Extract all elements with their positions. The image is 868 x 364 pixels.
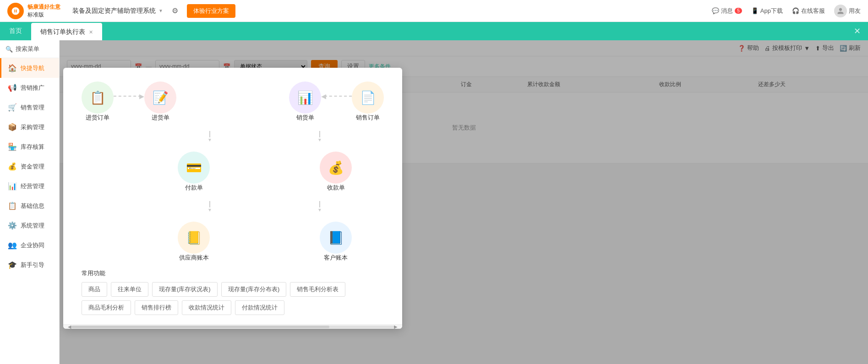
sales-icon: 🛒 (8, 103, 17, 112)
func-btn-商品[interactable]: 商品 (82, 282, 107, 297)
top-right: 💬 消息 5 📱 App下载 🎧 在线客服 用友 (712, 5, 861, 17)
supplier-ledger-label: 供应商账本 (179, 254, 209, 262)
logo-area: 畅康通好生意 标准版 (7, 3, 67, 19)
arrow-so-to-sr: ▶ (321, 92, 352, 111)
purchase-order-icon: 📋 (82, 81, 114, 114)
flow-col-payment: 💳 付款单 (178, 152, 210, 192)
flow-section: 📋 进货订单 ▶ 📝 进货单 (82, 81, 384, 262)
inventory-icon: 🏪 (8, 142, 17, 151)
modal-box: 📋 进货订单 ▶ 📝 进货单 (63, 68, 402, 329)
func-btn-商品毛利分析[interactable]: 商品毛利分析 (82, 300, 131, 315)
scroll-right-arrow[interactable]: ▶ (394, 324, 398, 329)
system-title: 装备及固定资产辅助管理系统 ▼ (72, 7, 163, 15)
message-button[interactable]: 💬 消息 5 (712, 7, 742, 15)
sidebar-item-quick-nav[interactable]: 🏠快捷导航 (0, 58, 59, 78)
customer-ledger-icon: 📘 (320, 222, 352, 254)
customer-ledger-label: 客户账本 (324, 254, 348, 262)
func-buttons-container: 商品往来单位现存量(库存状况表)现存量(库存分布表)销售毛利分析表商品毛利分析销… (82, 282, 384, 315)
flow-col-purchase-receipt: 📝 进货单 (144, 81, 176, 122)
online-service-button[interactable]: 🎧 在线客服 (792, 7, 825, 15)
arrow-row-2: ▼ ▼ (82, 131, 384, 142)
download-icon: 📱 (751, 7, 759, 14)
modal-overlay[interactable]: 📋 进货订单 ▶ 📝 进货单 (60, 40, 868, 364)
flow-col-sales-receipt: 📊 销货单 (289, 81, 321, 122)
logo-text: 畅康通好生意 标准版 (27, 3, 60, 19)
payment-icon: 💳 (178, 152, 210, 184)
flow-col-supplier-ledger: 📒 供应商账本 (178, 222, 210, 262)
collection-icon: 💰 (320, 152, 352, 184)
payment-label: 付款单 (185, 184, 203, 192)
flow-row-3: 💳 付款单 💰 收款单 (82, 152, 384, 192)
search-menu[interactable]: 🔍 搜索菜单 (0, 40, 59, 58)
message-icon: 💬 (712, 7, 719, 14)
func-btn-现存量(库存分布表)[interactable]: 现存量(库存分布表) (221, 282, 287, 297)
sidebar-item-corp[interactable]: 👥企业协同 (0, 235, 59, 255)
try-button[interactable]: 体验行业方案 (187, 4, 235, 18)
modal-scrollbar: ◀ ▶ (63, 324, 402, 329)
settings-icon[interactable]: ⚙ (169, 5, 181, 17)
flow-col-purchase-order: 📋 进货订单 (82, 81, 114, 122)
scrollbar-thumb (71, 326, 329, 328)
sidebar-item-sales[interactable]: 🛒销售管理 (0, 98, 59, 117)
func-btn-销售排行榜[interactable]: 销售排行榜 (135, 300, 178, 315)
top-bar: 畅康通好生意 标准版 装备及固定资产辅助管理系统 ▼ ⚙ 体验行业方案 💬 消息… (0, 0, 868, 22)
logo-icon (7, 3, 24, 19)
finance-icon: 💰 (8, 162, 17, 171)
modal-content: 📋 进货订单 ▶ 📝 进货单 (63, 68, 402, 324)
guide-icon: 🎓 (8, 261, 17, 269)
func-btn-现存量(库存状况表)[interactable]: 现存量(库存状况表) (152, 282, 218, 297)
flow-col-collection: 💰 收款单 (320, 152, 352, 192)
flow-row-1: 📋 进货订单 ▶ 📝 进货单 (82, 81, 384, 122)
business-icon: 📊 (8, 182, 17, 190)
func-btn-付款情况统计[interactable]: 付款情况统计 (235, 300, 284, 315)
tab-close-icon[interactable]: ✕ (89, 29, 93, 35)
arrow-row-4: ▼ ▼ (82, 201, 384, 212)
func-btn-收款情况统计[interactable]: 收款情况统计 (182, 300, 231, 315)
marketing-icon: 📢 (8, 83, 17, 92)
avatar (834, 5, 847, 17)
sidebar-item-inventory[interactable]: 🏪库存核算 (0, 137, 59, 157)
system-icon: ⚙️ (8, 221, 17, 230)
func-btn-销售毛利分析表[interactable]: 销售毛利分析表 (290, 282, 345, 297)
user-menu[interactable]: 用友 (834, 5, 861, 17)
sidebar: 🔍 搜索菜单 🏠快捷导航📢营销推广🛒销售管理📦采购管理🏪库存核算💰资金管理📊经营… (0, 40, 60, 364)
sidebar-item-marketing[interactable]: 📢营销推广 (0, 78, 59, 98)
collection-label: 收款单 (327, 184, 345, 192)
supplier-ledger-icon: 📒 (178, 222, 210, 254)
scrollbar-track[interactable] (71, 326, 394, 328)
dropdown-icon[interactable]: ▼ (158, 8, 163, 13)
main-layout: 🔍 搜索菜单 🏠快捷导航📢营销推广🛒销售管理📦采购管理🏪库存核算💰资金管理📊经营… (0, 40, 868, 364)
content-area: ❓ 帮助 🖨 按模板打印 ▼ ⬆ 导出 🔄 刷新 (60, 40, 868, 364)
tab-sales-order-execution[interactable]: 销售订单执行表 ✕ (31, 23, 102, 41)
sidebar-item-finance[interactable]: 💰资金管理 (0, 157, 59, 176)
base-info-icon: 📋 (8, 201, 17, 210)
sidebar-item-guide[interactable]: 🎓新手引导 (0, 255, 59, 275)
sidebar-item-base-info[interactable]: 📋基础信息 (0, 196, 59, 216)
scroll-left-arrow[interactable]: ◀ (68, 324, 71, 329)
service-icon: 🎧 (792, 7, 799, 14)
corp-icon: 👥 (8, 241, 17, 250)
func-btn-往来单位[interactable]: 往来单位 (111, 282, 148, 297)
search-icon: 🔍 (5, 46, 13, 53)
message-badge: 5 (735, 8, 742, 14)
flow-row-5: 📒 供应商账本 📘 客户账本 (82, 222, 384, 262)
purchase-receipt-label: 进货单 (152, 114, 169, 122)
sidebar-item-business[interactable]: 📊经营管理 (0, 176, 59, 196)
flow-col-sales-order: 📄 销售订单 (352, 81, 384, 122)
purchase-order-label: 进货订单 (86, 114, 109, 122)
app-download-button[interactable]: 📱 App下载 (751, 7, 783, 15)
sales-receipt-icon: 📊 (289, 81, 321, 114)
sidebar-item-system[interactable]: ⚙️系统管理 (0, 216, 59, 235)
close-all-tabs[interactable]: ✕ (854, 26, 861, 36)
tab-home[interactable]: 首页 (0, 22, 31, 40)
quick-nav-icon: 🏠 (8, 64, 17, 72)
sales-receipt-label: 销货单 (296, 114, 314, 122)
nav-tabs: 首页 销售订单执行表 ✕ ✕ (0, 22, 868, 40)
flow-col-customer-ledger: 📘 客户账本 (320, 222, 352, 262)
sidebar-item-purchase[interactable]: 📦采购管理 (0, 117, 59, 137)
purchase-icon: 📦 (8, 123, 17, 131)
purchase-receipt-icon: 📝 (144, 81, 176, 114)
common-functions: 常用功能 商品往来单位现存量(库存状况表)现存量(库存分布表)销售毛利分析表商品… (82, 269, 384, 315)
sales-order-label: 销售订单 (356, 114, 380, 122)
common-functions-title: 常用功能 (82, 269, 384, 277)
